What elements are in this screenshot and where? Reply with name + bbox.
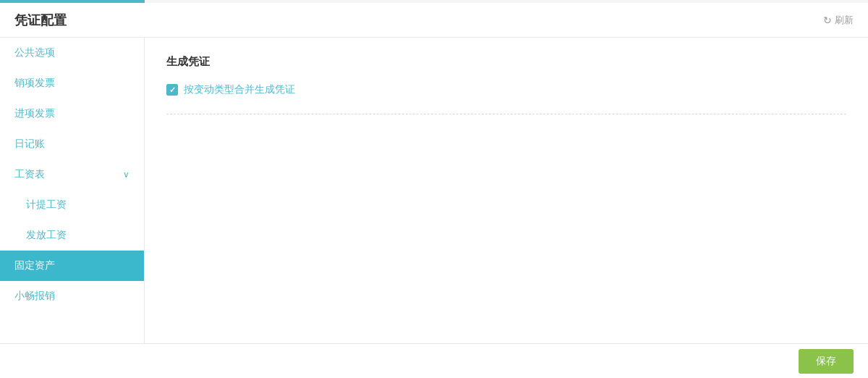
sidebar: 公共选项 销项发票 进项发票 日记账 工资表 ∨ 计提工资 发放工资 固定资产 … [0,38,145,343]
sidebar-item-sales-invoice[interactable]: 销项发票 [0,68,144,98]
sidebar-item-label: 日记账 [14,138,45,151]
sidebar-item-calc-salary[interactable]: 计提工资 [0,190,144,220]
sidebar-item-expense[interactable]: 小畅报销 [0,281,144,311]
main-container: 公共选项 销项发票 进项发票 日记账 工资表 ∨ 计提工资 发放工资 固定资产 … [0,38,868,343]
section-divider [166,114,846,114]
sidebar-item-label: 工资表 [14,168,45,181]
merge-checkbox[interactable]: ✓ [166,84,178,96]
refresh-icon: ↻ [823,14,832,26]
sidebar-item-label: 固定资产 [14,259,55,272]
sidebar-item-purchase-invoice[interactable]: 进项发票 [0,98,144,129]
refresh-button[interactable]: ↻ 刷新 [823,14,854,27]
page-footer: 保存 [0,343,868,378]
save-button[interactable]: 保存 [799,349,854,374]
sidebar-item-label: 进项发票 [14,107,55,120]
content-area: 生成凭证 ✓ 按变动类型合并生成凭证 [145,38,868,343]
chevron-down-icon: ∨ [123,169,129,180]
page-header: 凭证配置 ↻ 刷新 [0,3,868,38]
sidebar-item-label: 销项发票 [14,77,55,90]
refresh-label: 刷新 [835,14,854,27]
sidebar-item-fixed-assets[interactable]: 固定资产 [0,251,144,281]
sidebar-item-label: 计提工资 [26,198,67,211]
sidebar-item-payroll-table[interactable]: 工资表 ∨ [0,159,144,190]
section-title: 生成凭证 [166,55,846,69]
sidebar-item-label: 小畅报销 [14,290,55,303]
checkmark-icon: ✓ [169,85,176,95]
checkbox-label[interactable]: 按变动类型合并生成凭证 [184,83,295,96]
sidebar-item-journal[interactable]: 日记账 [0,129,144,159]
sidebar-item-label: 公共选项 [14,46,55,59]
sidebar-item-public[interactable]: 公共选项 [0,38,144,68]
checkbox-row: ✓ 按变动类型合并生成凭证 [166,83,846,96]
sidebar-item-pay-salary[interactable]: 发放工资 [0,220,144,251]
page-title: 凭证配置 [14,12,67,29]
sidebar-item-label: 发放工资 [26,229,67,242]
